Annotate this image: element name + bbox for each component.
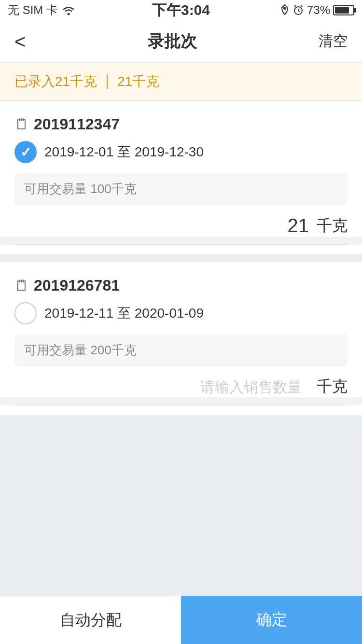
availability-2: 可用交易量 200千克 [14,334,348,366]
date-range-1: 2019-12-01 至 2019-12-30 [44,143,204,161]
confirm-button[interactable]: 确定 [181,596,362,644]
input-unit-2: 千克 [317,376,348,397]
status-right: 73% [280,3,354,17]
batch-card-1: 🗒 2019112347 2019-12-01 至 2019-12-30 可用交… [0,101,362,205]
svg-line-5 [294,5,296,7]
wifi-icon [62,5,75,15]
card-row-1: 2019-12-01 至 2019-12-30 [14,141,348,163]
auto-distribute-button[interactable]: 自动分配 [0,596,181,644]
radio-selected-1[interactable] [14,141,37,163]
quantity-value-1: 21 [288,215,309,237]
quantity-unit-1: 千克 [317,215,348,237]
date-range-2: 2019-12-11 至 2020-01-09 [44,304,204,322]
carrier-text: 无 SIM 卡 [8,2,58,18]
batch-icon-1: 🗒 [14,116,29,133]
status-left: 无 SIM 卡 [8,2,75,18]
availability-1: 可用交易量 100千克 [14,173,348,205]
recorded-label: 已录入21千克 [14,72,97,91]
input-row-2: 千克 [0,366,362,397]
card-header-1: 🗒 2019112347 [14,115,348,133]
info-banner: 已录入21千克 21千克 [0,63,362,101]
nav-bar: < 录批次 清空 [0,20,362,63]
recorded-value: 21千克 [117,72,159,91]
card-row-2: 2019-12-11 至 2020-01-09 [14,302,348,324]
card-spacer-2 [0,406,362,415]
back-button[interactable]: < [14,32,26,51]
batch-id-1: 2019112347 [34,115,120,133]
quantity-row-1: 21 千克 [0,205,362,237]
status-time: 下午3:04 [152,0,210,20]
section-separator [0,254,362,262]
battery-text: 73% [307,3,330,17]
batch-id-2: 2019126781 [34,277,120,294]
card-spacer-1 [0,245,362,254]
svg-line-6 [301,5,302,7]
bottom-buttons: 自动分配 确定 [0,596,362,644]
batch-icon-2: 🗒 [14,278,29,294]
location-icon [280,4,290,16]
batch-card-2: 🗒 2019126781 2019-12-11 至 2020-01-09 可用交… [0,262,362,366]
svg-line-4 [298,11,300,12]
status-bar: 无 SIM 卡 下午3:04 73% [0,0,362,20]
radio-unselected-2[interactable] [14,302,37,324]
svg-point-1 [283,7,286,10]
alarm-icon [292,4,304,16]
card-header-2: 🗒 2019126781 [14,277,348,294]
empty-area [0,415,362,596]
banner-divider [107,74,108,89]
clear-button[interactable]: 清空 [319,31,348,51]
battery-icon [333,5,354,15]
page-title: 录批次 [148,30,197,53]
content-area: 🗒 2019112347 2019-12-01 至 2019-12-30 可用交… [0,101,362,644]
quantity-input-2[interactable] [14,378,309,396]
svg-point-0 [68,13,70,15]
